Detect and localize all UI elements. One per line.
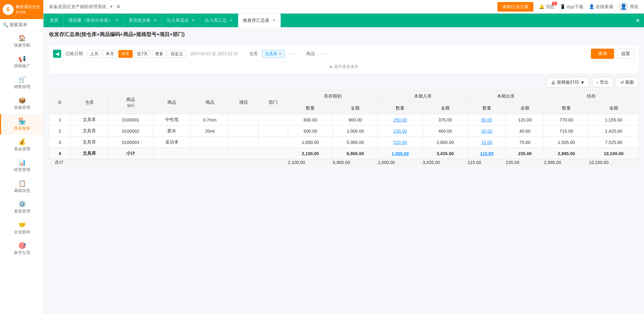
tab-close-icon[interactable]: ✕ bbox=[192, 18, 195, 23]
sub-out-qty[interactable]: 115.00 bbox=[468, 148, 506, 159]
quick-icon: 🏠 bbox=[18, 34, 26, 42]
bell-icon: 🔔 bbox=[539, 4, 544, 9]
col-header-close-amt: 金额 bbox=[589, 102, 639, 114]
date-btn-7days[interactable]: 近7天 bbox=[134, 50, 151, 58]
tab-stock[interactable]: 现存量（库存分布表） ✕ bbox=[64, 14, 124, 27]
col-header-in: 本期入库 bbox=[378, 90, 467, 102]
sub-in-amt: 3,435.00 bbox=[423, 148, 468, 159]
marketing-icon: 📢 bbox=[18, 55, 26, 63]
row-spec bbox=[191, 137, 229, 148]
header-left: 装备及固定资产辅助管理系统 ▼ ⚙ bbox=[49, 4, 120, 10]
sidebar-item-purchase[interactable]: 📦 采购管理 bbox=[0, 93, 43, 114]
operation-icon: 📊 bbox=[18, 159, 26, 166]
tab-collection[interactable]: 收发存汇总表 ✕ bbox=[238, 14, 281, 27]
total-empty2 bbox=[153, 159, 191, 166]
notice-btn[interactable]: 🔔 消息 6 bbox=[539, 4, 555, 10]
date-btn-more[interactable]: 更多 bbox=[152, 50, 166, 58]
row-in-qty[interactable]: 250.00 bbox=[378, 114, 423, 126]
sidebar-item-guide[interactable]: 🎯 新手引导 bbox=[0, 238, 43, 259]
tab-summary[interactable]: 出入库汇总 ✕ bbox=[200, 14, 238, 27]
total-empty4 bbox=[229, 159, 259, 166]
tab-label: 出入库流水 bbox=[167, 17, 189, 23]
goods-more-dots[interactable]: ··· bbox=[319, 51, 326, 57]
col-header-warehouse: 仓库 bbox=[70, 90, 108, 114]
warehouse-tag-close[interactable]: ✕ bbox=[279, 52, 282, 56]
table-settings-icon[interactable]: ⚙ bbox=[57, 100, 62, 105]
page-title: 收发存汇总表(按仓库+商品编码+商品+规格型号+项目+部门) bbox=[49, 31, 185, 38]
date-btn-custom[interactable]: 自定义 bbox=[168, 50, 186, 58]
col-header-out: 本期出库 bbox=[468, 90, 544, 102]
row-out-qty[interactable]: 80.00 bbox=[468, 114, 506, 126]
download-btn[interactable]: 📱 App下载 bbox=[560, 4, 583, 10]
service-btn[interactable]: 👤 在线客服 bbox=[589, 4, 613, 10]
tab-close-icon[interactable]: ✕ bbox=[230, 18, 233, 23]
col-header-out-qty: 数量 bbox=[468, 102, 506, 114]
dropdown-arrow-icon: ▼ bbox=[580, 80, 585, 85]
sub-close-qty: 2,985.00 bbox=[544, 148, 589, 159]
row-in-amt: 460.00 bbox=[423, 126, 468, 137]
export-label: 导出 bbox=[600, 79, 609, 85]
sidebar-item-label: 系统管理 bbox=[14, 209, 30, 214]
row-name: 采访本 bbox=[153, 137, 191, 148]
row-in-qty[interactable]: 520.00 bbox=[378, 137, 423, 148]
sub-in-qty[interactable]: 1,000.00 bbox=[378, 148, 423, 159]
phone-icon: 📱 bbox=[560, 4, 565, 9]
sidebar-item-sales[interactable]: 🛒 销售管理 bbox=[0, 72, 43, 93]
sub-empty1 bbox=[153, 148, 191, 159]
row-open-amt: 900.00 bbox=[333, 114, 378, 126]
sub-empty3 bbox=[229, 148, 259, 159]
tab-flow[interactable]: 出入库流水 ✕ bbox=[162, 14, 200, 27]
filter-collapse-btn[interactable]: ◀ bbox=[53, 50, 61, 58]
sidebar-item-quick[interactable]: 🏠 快捷导航 bbox=[0, 31, 43, 52]
tab-bar-close-icon[interactable]: ✕ bbox=[633, 17, 643, 24]
row-in-qty[interactable]: 230.00 bbox=[378, 126, 423, 137]
settings-gear-icon[interactable]: ⚙ bbox=[116, 4, 120, 9]
tab-home[interactable]: 首页 bbox=[45, 14, 64, 27]
row-close-qty: 1,505.00 bbox=[544, 137, 589, 148]
row-out-qty[interactable]: 20.00 bbox=[468, 126, 506, 137]
settings-btn[interactable]: 设置 bbox=[617, 49, 634, 59]
print-btn[interactable]: 🖨 按模板打印 ▼ bbox=[547, 77, 589, 87]
col-header-code: 商品编码 bbox=[108, 90, 153, 114]
guide-icon: 🎯 bbox=[18, 242, 26, 249]
tab-close-icon[interactable]: ✕ bbox=[153, 18, 157, 23]
tab-batch[interactable]: 库存批次账 ✕ bbox=[124, 14, 162, 27]
sidebar-item-system[interactable]: ⚙️ 系统管理 bbox=[0, 197, 43, 218]
export-icon: ↑ bbox=[596, 80, 599, 85]
export-btn[interactable]: ↑ 导出 bbox=[592, 77, 613, 87]
query-btn[interactable]: 查询 bbox=[591, 49, 614, 59]
date-btn-this-month[interactable]: 本月 bbox=[103, 50, 117, 58]
finance-icon: 💰 bbox=[18, 138, 26, 146]
row-out-amt: 75.00 bbox=[506, 137, 544, 148]
sidebar-item-finance[interactable]: 💰 资金管理 bbox=[0, 135, 43, 155]
search-menu[interactable]: 🔍 搜索菜单 bbox=[0, 19, 43, 31]
row-warehouse: 文具库 bbox=[70, 126, 108, 137]
col-header-in-qty: 数量 bbox=[378, 102, 423, 114]
main-content: 装备及固定资产辅助管理系统 ▼ ⚙ 体验行业方案 🔔 消息 6 📱 App下载 … bbox=[44, 0, 644, 314]
sub-close-amt: 10,100.00 bbox=[589, 148, 639, 159]
row-close-amt: 7,525.00 bbox=[589, 137, 639, 148]
table-row: 3 文具库 0100003 采访本 1,000.00 5,000.00 520.… bbox=[49, 137, 639, 148]
date-btn-this-year[interactable]: 本年 bbox=[118, 50, 133, 58]
expand-more-btn[interactable]: ▼ 展开更多条件 bbox=[53, 62, 634, 70]
sidebar-item-label: 基础信息 bbox=[14, 188, 30, 194]
col-header-settings[interactable]: ⚙ bbox=[49, 90, 71, 114]
sidebar-item-basic[interactable]: 📋 基础信息 bbox=[0, 176, 43, 197]
refresh-btn[interactable]: ↺ 刷新 bbox=[616, 77, 639, 87]
row-out-amt: 40.00 bbox=[506, 126, 544, 137]
experience-btn[interactable]: 体验行业方案 bbox=[497, 2, 533, 12]
sidebar-item-enterprise[interactable]: 🤝 企业协同 bbox=[0, 218, 43, 238]
user-btn[interactable]: 👤 用友 bbox=[619, 2, 639, 12]
sidebar-item-label: 营销推广 bbox=[14, 63, 30, 69]
row-out-qty[interactable]: 15.00 bbox=[468, 137, 506, 148]
row-close-qty: 710.00 bbox=[544, 126, 589, 137]
tab-close-icon[interactable]: ✕ bbox=[115, 18, 119, 23]
warehouse-more-dots[interactable]: ··· bbox=[289, 51, 295, 57]
sidebar-item-operation[interactable]: 📊 经营管理 bbox=[0, 155, 43, 176]
data-table-container: ⚙ 仓库 商品编码 商品 商品 项目 部门 库存期初 本期入库 本期出库 结存 bbox=[49, 90, 639, 165]
date-btn-last-month[interactable]: 上月 bbox=[87, 50, 101, 58]
row-open-qty: 500.00 bbox=[288, 126, 333, 137]
sidebar-item-marketing[interactable]: 📢 营销推广 bbox=[0, 52, 43, 72]
tab-close-icon[interactable]: ✕ bbox=[272, 18, 276, 23]
sidebar-item-inventory[interactable]: 🏪 库存核算 bbox=[0, 114, 43, 135]
